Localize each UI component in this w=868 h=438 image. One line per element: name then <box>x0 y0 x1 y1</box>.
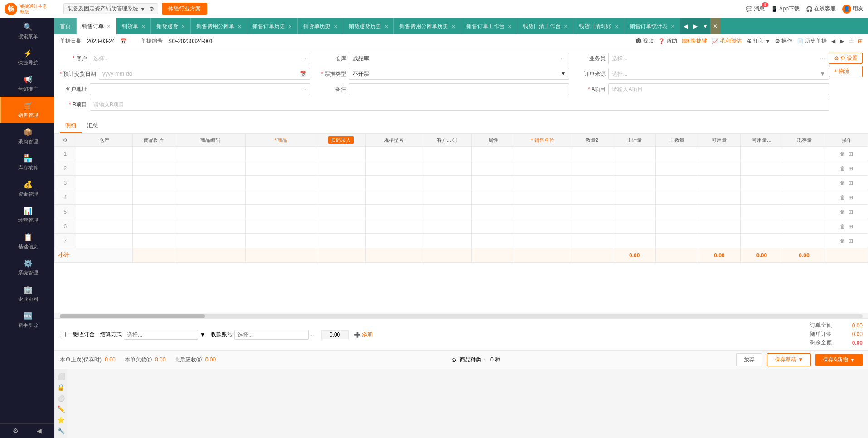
add-settlement-btn[interactable]: ➕ 添加 <box>354 331 373 338</box>
row-code[interactable] <box>175 147 246 161</box>
scroll-thumb[interactable] <box>60 314 205 318</box>
row-spec[interactable] <box>366 176 422 190</box>
tab-expense-history[interactable]: 销售费用分摊单历史 ✕ <box>394 18 461 34</box>
row-unit[interactable] <box>514 190 571 205</box>
th-scan[interactable]: 扫码录入 <box>316 134 366 147</box>
tab-prev-btn[interactable]: ◀ <box>680 18 690 34</box>
row-attr[interactable] <box>472 161 514 176</box>
tab-order-history[interactable]: 销售订单历史 ✕ <box>247 18 298 34</box>
th-spec[interactable]: 规格型号 <box>366 134 422 147</box>
row-main-qty[interactable] <box>655 161 698 176</box>
row-cust[interactable] <box>422 161 472 176</box>
user-avatar[interactable]: 👤 用友 <box>842 5 863 14</box>
date-picker-icon[interactable]: 📅 <box>300 71 306 77</box>
view-btn[interactable]: ⓿ 视频 <box>636 37 654 45</box>
row-avail[interactable] <box>698 205 741 219</box>
row-cust[interactable] <box>422 219 472 234</box>
row-code[interactable] <box>175 176 246 190</box>
row-copy-btn[interactable]: ⊞ <box>849 223 853 230</box>
row-qty2[interactable] <box>571 161 613 176</box>
row-unit[interactable] <box>514 147 571 161</box>
sidebar-item-purchase[interactable]: 📦 采购管理 <box>0 123 54 149</box>
row-stock[interactable] <box>783 190 825 205</box>
row-avail2[interactable] <box>741 190 783 205</box>
row-main-qty[interactable] <box>655 190 698 205</box>
tab-return-history[interactable]: 销货退货历史 ✕ <box>343 18 394 34</box>
row-unit[interactable] <box>514 219 571 234</box>
tab-next-btn[interactable]: ▶ <box>690 18 700 34</box>
row-spec[interactable] <box>366 205 422 219</box>
tab-close-sales-slip[interactable]: ✕ <box>141 24 145 29</box>
row-product[interactable] <box>246 234 316 248</box>
row-product[interactable] <box>246 147 316 161</box>
sidebar-item-quicknav[interactable]: ⚡ 快捷导航 <box>0 44 54 71</box>
th-avail[interactable]: 可用量 <box>698 134 741 147</box>
quick-settlement-checkbox[interactable] <box>60 332 66 337</box>
customer-input[interactable]: 选择... ··· <box>90 53 310 64</box>
row-avail2[interactable] <box>741 205 783 219</box>
row-copy-btn[interactable]: ⊞ <box>849 151 853 157</box>
th-warehouse[interactable]: 仓库 <box>76 134 132 147</box>
row-copy-btn[interactable]: ⊞ <box>849 209 853 215</box>
row-unit[interactable] <box>514 176 571 190</box>
row-avail2[interactable] <box>741 147 783 161</box>
nav-right-btn[interactable]: ▶ <box>840 38 844 44</box>
row-spec[interactable] <box>366 147 422 161</box>
tab-close-order-history[interactable]: ✕ <box>288 24 292 29</box>
row-main-qty[interactable] <box>655 205 698 219</box>
row-code[interactable] <box>175 161 246 176</box>
settings-gear-icon[interactable]: ⚙ <box>149 6 154 12</box>
row-warehouse[interactable] <box>76 190 132 205</box>
sidebar-item-operations[interactable]: 📊 经营管理 <box>0 202 54 228</box>
sidebar-item-inventory[interactable]: 🏪 库存核算 <box>0 149 54 176</box>
remark-input[interactable] <box>349 83 569 95</box>
tab-close-return-history[interactable]: ✕ <box>384 24 388 29</box>
row-product[interactable] <box>246 205 316 219</box>
row-attr[interactable] <box>472 147 514 161</box>
th-avail2[interactable]: 可用量... <box>741 134 783 147</box>
row-avail[interactable] <box>698 147 741 161</box>
row-delete-btn[interactable]: 🗑 <box>840 165 845 172</box>
print-btn[interactable]: 🖨 打印 ▼ <box>746 37 771 45</box>
tab-return[interactable]: 销货退货 ✕ <box>151 18 191 34</box>
discard-btn[interactable]: 放弃 <box>736 353 762 366</box>
quick-settlement-label[interactable]: 一键收订金 <box>60 331 95 338</box>
row-unit[interactable] <box>514 234 571 248</box>
tab-close-expense[interactable]: ✕ <box>238 24 241 29</box>
row-qty2[interactable] <box>571 147 613 161</box>
app-download-btn[interactable]: 📱 App下载 <box>771 5 800 13</box>
tab-close-return[interactable]: ✕ <box>181 24 185 29</box>
row-delete-btn[interactable]: 🗑 <box>840 223 845 230</box>
tab-close-reconcile[interactable]: ✕ <box>615 24 618 29</box>
row-avail2[interactable] <box>741 176 783 190</box>
a-project-input[interactable]: 请输入A项目 <box>608 83 829 95</box>
scroll-row[interactable] <box>54 313 868 318</box>
row-main-unit[interactable] <box>613 161 656 176</box>
th-stock[interactable]: 现存量 <box>783 134 825 147</box>
row-main-qty[interactable] <box>655 219 698 234</box>
row-code[interactable] <box>175 234 246 248</box>
row-code[interactable] <box>175 205 246 219</box>
rp-icon-5[interactable]: ⭐ <box>57 416 65 424</box>
row-delete-btn[interactable]: 🗑 <box>840 151 845 157</box>
save-new-btn[interactable]: 保存&新增 ▼ <box>815 354 863 366</box>
row-stock[interactable] <box>783 161 825 176</box>
settlement-method-input[interactable] <box>124 330 198 340</box>
rp-icon-6[interactable]: 🔧 <box>57 427 65 434</box>
nav-left-btn[interactable]: ◀ <box>831 38 835 44</box>
th-code[interactable]: 商品编码 <box>175 134 246 147</box>
row-stock[interactable] <box>783 205 825 219</box>
profit-btn[interactable]: 📈 毛利预估 <box>712 37 742 45</box>
row-main-qty[interactable] <box>655 147 698 161</box>
row-warehouse[interactable] <box>76 219 132 234</box>
sidebar-settings-btn[interactable]: ⚙ <box>13 427 19 434</box>
row-copy-btn[interactable]: ⊞ <box>849 238 853 244</box>
row-cust[interactable] <box>422 176 472 190</box>
th-main-unit[interactable]: 主计量 <box>613 134 656 147</box>
th-settings[interactable]: ⚙ <box>55 134 76 147</box>
row-qty2[interactable] <box>571 219 613 234</box>
sidebar-item-enterprise[interactable]: 🏢 企业协同 <box>0 281 54 307</box>
row-stock[interactable] <box>783 147 825 161</box>
row-main-unit[interactable] <box>613 176 656 190</box>
row-warehouse[interactable] <box>76 147 132 161</box>
